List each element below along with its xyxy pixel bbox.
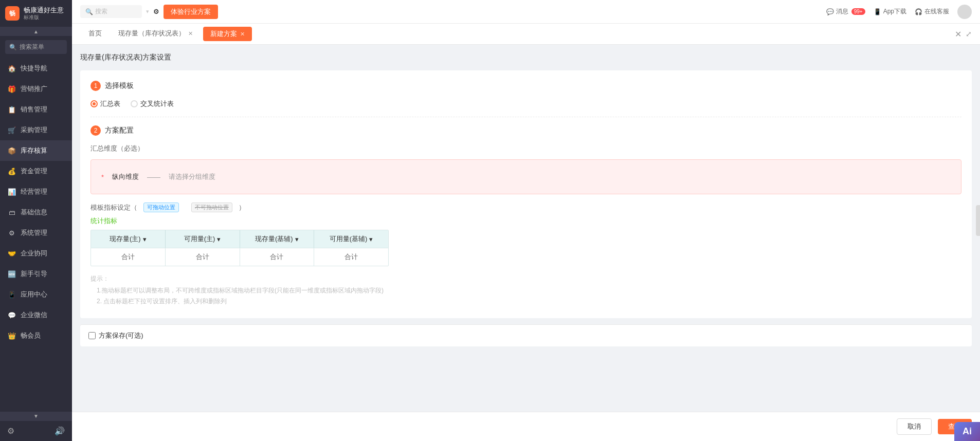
- sales-icon: 📋: [7, 105, 16, 114]
- tab-inventory-status-label: 现存量（库存状况表）: [118, 29, 185, 38]
- body-cell-0-0: 合计: [91, 248, 166, 266]
- sidebar-item-finance[interactable]: 💰 资金管理: [0, 161, 72, 181]
- metrics-label-paren: ）: [239, 203, 245, 212]
- sidebar-item-guide-label: 新手引导: [21, 269, 47, 279]
- sidebar-item-shortcut[interactable]: 🏠 快捷导航: [0, 58, 72, 79]
- sidebar-item-purchase[interactable]: 🛒 采购管理: [0, 120, 72, 140]
- marketing-icon: 🎁: [7, 84, 16, 94]
- operation-icon: 📊: [7, 187, 16, 196]
- sidebar-item-sales[interactable]: 📋 销售管理: [0, 99, 72, 120]
- sidebar-scroll-down[interactable]: ▼: [0, 412, 72, 420]
- topbar-settings-icon[interactable]: ⚙: [153, 8, 159, 15]
- header-cell-3-dropdown[interactable]: ▾: [369, 235, 373, 243]
- search-icon: 🔍: [9, 44, 17, 51]
- sidebar-nav: 🔍 搜索菜单 🏠 快捷导航 🎁 营销推广 📋 销售管理 🛒 采购管理 📦 库存核…: [0, 36, 72, 412]
- window-expand-icon[interactable]: ⤢: [966, 30, 972, 38]
- app-download-icon: 📱: [874, 8, 881, 15]
- sidebar-item-purchase-label: 采购管理: [21, 125, 47, 135]
- topbar-left: 🔍 搜索 ▾ ⚙ 体验行业方案: [80, 5, 820, 19]
- step2-badge: 2: [90, 125, 101, 136]
- header-cell-2-dropdown[interactable]: ▾: [295, 235, 299, 243]
- sidebar-logo: 畅 畅康通好生意 标准版: [0, 0, 72, 27]
- dimension-box: * 纵向维度 —— 请选择分组维度: [90, 159, 961, 194]
- save-checkbox[interactable]: [88, 332, 96, 339]
- sidebar-search[interactable]: 🔍 搜索菜单: [5, 40, 67, 54]
- ai-badge[interactable]: Ai: [954, 422, 980, 441]
- sidebar-item-inventory[interactable]: 📦 库存核算: [0, 140, 72, 161]
- tab-new-plan-label: 新建方案: [210, 29, 237, 39]
- tips-item-0: 1.拖动标题栏可以调整布局，不可跨维度或指标区域拖动栏目字段(只能在同一维度或指…: [90, 286, 961, 295]
- header-cell-1[interactable]: 可用量(主) ▾: [166, 230, 240, 248]
- radio-summary[interactable]: 汇总表: [90, 99, 120, 108]
- topbar: 🔍 搜索 ▾ ⚙ 体验行业方案 💬 消息 99+ 📱 App下载 🎧 在线客服: [72, 0, 980, 24]
- metrics-table: 现存量(主) ▾ 可用量(主) ▾ 现存量(基辅) ▾ 可用量(基辅) ▾: [90, 230, 389, 266]
- app-download-label: App下载: [883, 7, 906, 16]
- tab-home[interactable]: 首页: [80, 24, 110, 44]
- app-download-item[interactable]: 📱 App下载: [874, 7, 906, 16]
- sidebar-item-marketing[interactable]: 🎁 营销推广: [0, 79, 72, 99]
- tips-title: 提示：: [90, 274, 961, 283]
- sidebar-item-wechat[interactable]: 💬 企业微信: [0, 305, 72, 325]
- topbar-search[interactable]: 🔍 搜索: [80, 5, 142, 18]
- sidebar-item-appstore[interactable]: 📱 应用中心: [0, 284, 72, 305]
- sidebar-item-system[interactable]: ⚙ 系统管理: [0, 223, 72, 243]
- dimension-row: * 纵向维度 —— 请选择分组维度: [101, 172, 951, 181]
- app-name: 畅康通好生意 标准版: [24, 6, 64, 21]
- sidebar-audio-icon[interactable]: 🔊: [55, 426, 65, 436]
- content-area: 现存量(库存状况表)方案设置 1 选择模板 汇总表 交叉统计表 2: [72, 45, 980, 412]
- window-close-icon[interactable]: ✕: [955, 29, 961, 39]
- sidebar-item-marketing-label: 营销推广: [21, 84, 47, 94]
- user-avatar[interactable]: [957, 5, 972, 19]
- topbar-dropdown[interactable]: ▾: [146, 8, 149, 15]
- sidebar-item-operation[interactable]: 📊 经营管理: [0, 181, 72, 202]
- header-cell-0-dropdown[interactable]: ▾: [143, 235, 147, 243]
- sidebar-settings-icon[interactable]: ⚙: [7, 426, 14, 436]
- sidebar-item-base-label: 基础信息: [21, 208, 47, 217]
- save-row: 方案保存(可选): [80, 324, 972, 346]
- topbar-search-icon: 🔍: [85, 8, 93, 15]
- header-cell-2[interactable]: 现存量(基辅) ▾: [240, 230, 315, 248]
- message-item[interactable]: 💬 消息 99+: [826, 7, 865, 16]
- step1-header: 1 选择模板: [90, 81, 961, 91]
- body-cell-0-2: 合计: [240, 248, 315, 266]
- tab-new-plan-close-icon[interactable]: ✕: [240, 31, 245, 38]
- step1-badge: 1: [90, 81, 101, 91]
- online-service-label: 在线客服: [924, 7, 949, 16]
- appstore-icon: 📱: [7, 290, 16, 299]
- step2-title: 方案配置: [105, 126, 134, 135]
- sidebar-item-member[interactable]: 👑 畅会员: [0, 325, 72, 346]
- radio-summary-label: 汇总表: [100, 99, 120, 108]
- sidebar-item-base[interactable]: 🗃 基础信息: [0, 202, 72, 223]
- tab-new-plan[interactable]: 新建方案 ✕: [203, 27, 252, 41]
- dimension-section-label: 汇总维度（必选）: [90, 144, 961, 153]
- header-cell-3[interactable]: 可用量(基辅) ▾: [314, 230, 388, 248]
- sidebar-bottom: ⚙ 🔊: [0, 420, 72, 441]
- sidebar-item-contract-label: 企业协同: [21, 249, 47, 258]
- trial-button[interactable]: 体验行业方案: [164, 5, 218, 19]
- page-title: 现存量(库存状况表)方案设置: [80, 53, 972, 62]
- tips-item-1: 2. 点击标题栏下拉可设置排序、插入列和删除列: [90, 297, 961, 306]
- finance-icon: 💰: [7, 167, 16, 176]
- header-cell-0[interactable]: 现存量(主) ▾: [91, 230, 166, 248]
- guide-icon: 🆕: [7, 269, 16, 279]
- tips-box: 提示： 1.拖动标题栏可以调整布局，不可跨维度或指标区域拖动栏目字段(只能在同一…: [90, 274, 961, 306]
- resize-handle[interactable]: [976, 205, 980, 236]
- online-service-item[interactable]: 🎧 在线客服: [915, 7, 949, 16]
- sidebar-scroll-up[interactable]: ▲: [0, 27, 72, 36]
- non-draggable-badge: 不可拖动位置: [191, 203, 232, 212]
- search-menu-label: 搜索菜单: [20, 43, 44, 51]
- member-icon: 👑: [7, 331, 16, 340]
- sidebar-item-contract[interactable]: 🤝 企业协同: [0, 243, 72, 264]
- cancel-button[interactable]: 取消: [897, 418, 932, 435]
- tab-inventory-status[interactable]: 现存量（库存状况表） ✕: [110, 24, 201, 44]
- app-logo-icon: 畅: [5, 6, 20, 21]
- metrics-label-row: 模板指标设定（ 可拖动位置 不可拖动位置 ）: [90, 203, 961, 212]
- save-label: 方案保存(可选): [99, 331, 143, 340]
- header-cell-1-dropdown[interactable]: ▾: [217, 235, 221, 243]
- stats-section-title: 统计指标: [90, 216, 961, 226]
- base-icon: 🗃: [7, 208, 16, 217]
- tab-inventory-close-icon[interactable]: ✕: [188, 30, 193, 37]
- sidebar-item-guide[interactable]: 🆕 新手引导: [0, 264, 72, 284]
- dimension-placeholder[interactable]: 请选择分组维度: [169, 172, 215, 181]
- radio-cross[interactable]: 交叉统计表: [131, 99, 174, 108]
